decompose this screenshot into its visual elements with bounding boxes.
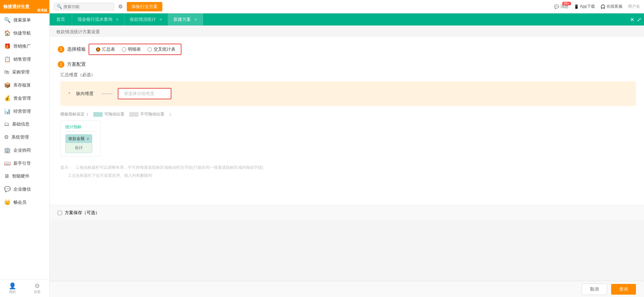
tab-new-plan[interactable]: 新建方案✕ xyxy=(168,13,203,26)
step1-options-box: 汇总表 明细表 交叉统计表 xyxy=(89,44,181,55)
sidebar-label-marketing: 营销推广 xyxy=(13,43,31,49)
sidebar-item-operations[interactable]: 📊 经营管理 xyxy=(0,105,49,118)
draggable-box xyxy=(93,112,103,117)
draggable-label: 可拖动位置 xyxy=(104,111,124,117)
app-download-label: App下载 xyxy=(580,4,595,9)
search-box[interactable]: 🔍 xyxy=(54,3,114,10)
sidebar-label-wechat: 企业微信 xyxy=(13,186,31,192)
tab-home[interactable]: 首页 xyxy=(50,13,72,26)
sidebar-label-operations: 经营管理 xyxy=(13,108,31,114)
indicator-card: 收款金额 ∨ 合计 xyxy=(65,134,92,153)
chevron-down-icon[interactable]: ∨ xyxy=(87,137,89,141)
sidebar-label-smart-hw: 智能硬件 xyxy=(12,173,30,179)
sidebar-item-smart-hw[interactable]: 🖥 智能硬件 xyxy=(0,170,49,183)
step2-num: 2 xyxy=(58,61,64,68)
radio-cross-label: 交叉统计表 xyxy=(154,46,175,52)
radio-cross-input[interactable] xyxy=(148,47,152,52)
save-checkbox[interactable] xyxy=(58,211,62,215)
guide-icon: 📖 xyxy=(4,160,11,166)
sidebar-label-quick-nav: 快捷导航 xyxy=(13,30,31,36)
tab-close-collection[interactable]: ✕ xyxy=(159,17,162,22)
dimension-box: * 纵向维度 —— 请选择分组维度 xyxy=(60,81,636,106)
radio-cross[interactable]: 交叉统计表 xyxy=(148,46,175,52)
tips-title: 提示： xyxy=(60,163,75,171)
tip-item-2: 2.点击标题栏下拉可设置排序、插入列和删除列 xyxy=(68,171,152,180)
sidebar-label-enterprise: 企业协同 xyxy=(13,147,31,153)
close-window-icon[interactable]: ✕ xyxy=(630,16,634,23)
support-icon: 🎧 xyxy=(600,4,605,9)
tips-section: 提示： 1.拖动标题栏可以调整布局，不可跨维度或指标区域拖动栏目字段(只能在同一… xyxy=(60,163,636,180)
sidebar-label-finance: 资金管理 xyxy=(13,95,31,101)
topbar-right: 💬 消息 99+ 📱 App下载 🎧 在线客服 用户名 xyxy=(554,4,640,9)
tip-line-2: 2.点击标题栏下拉可设置排序、插入列和删除列 xyxy=(60,171,636,180)
step1-section: 1 选择模板 汇总表 明细表 xyxy=(58,44,636,55)
settings-icon[interactable]: ⚙ xyxy=(118,3,123,10)
sidebar-bottom: 👤 我的 ⚙ 设置 xyxy=(0,279,49,297)
sidebar-bottom-btn-right[interactable]: ⚙ 设置 xyxy=(34,282,41,294)
tab-cashflow[interactable]: 现金银行流水查询✕ xyxy=(72,13,124,26)
inventory-icon: 📦 xyxy=(4,82,11,88)
tab-close-new-plan[interactable]: ✕ xyxy=(194,17,197,22)
wechat-icon: 💬 xyxy=(4,186,11,192)
sidebar-item-sales[interactable]: 📋 销售管理 xyxy=(0,53,49,66)
expand-icon[interactable]: ⤢ xyxy=(637,16,641,23)
sidebar-label-inventory: 库存核算 xyxy=(13,82,31,88)
sidebar-item-guide[interactable]: 📖 新手引导 xyxy=(0,157,49,170)
indicator-card-title: 收款金额 xyxy=(68,136,85,142)
indicator-card-wrapper: 统计指标 收款金额 ∨ 合计 xyxy=(60,120,101,157)
sidebar-item-search[interactable]: 🔍 搜索菜单 xyxy=(0,13,49,27)
sidebar-item-purchase[interactable]: 🛍 采购管理 xyxy=(0,66,49,79)
main: 🔍 ⚙ 体验行业方案 💬 消息 99+ 📱 App下载 🎧 在线客服 用户名 首… xyxy=(50,0,644,297)
query-button[interactable]: 查询 xyxy=(611,284,636,295)
sidebar-label-search: 搜索菜单 xyxy=(13,17,31,23)
step2-header: 2 方案配置 xyxy=(58,61,636,68)
sidebar-item-wechat[interactable]: 💬 企业微信 xyxy=(0,183,49,196)
tab-label-collection: 收款情况统计 xyxy=(130,16,156,22)
app-download-btn[interactable]: 📱 App下载 xyxy=(574,4,595,9)
draggable-legend: 可拖动位置 xyxy=(93,111,124,117)
breadcrumb: 收款情况统计方案设置 xyxy=(50,26,644,37)
sidebar-item-marketing[interactable]: 🎁 营销推广 xyxy=(0,40,49,53)
sidebar-item-quick-nav[interactable]: 🏠 快捷导航 xyxy=(0,27,49,40)
sidebar-label-system: 系统管理 xyxy=(11,134,29,140)
radio-detail[interactable]: 明细表 xyxy=(122,46,141,52)
step1-options: 汇总表 明细表 交叉统计表 xyxy=(96,46,175,52)
search-input[interactable] xyxy=(63,4,110,9)
tip-line-1: 提示： 1.拖动标题栏可以调整布局，不可跨维度或指标区域拖动栏目字段(只能在同一… xyxy=(60,163,636,171)
indicator-settings-label: 模板指标设定（ xyxy=(60,111,89,117)
sidebar-item-system[interactable]: ⚙ 系统管理 xyxy=(0,131,49,144)
sidebar-bottom-btn-left[interactable]: 👤 我的 xyxy=(9,282,16,294)
purchase-icon: 🛍 xyxy=(4,69,9,75)
radio-detail-input[interactable] xyxy=(122,47,126,52)
message-icon: 💬 xyxy=(554,4,559,9)
cancel-button[interactable]: 取消 xyxy=(582,284,607,295)
step2-section: 2 方案配置 汇总维度（必选） * 纵向维度 —— 请选择分组维度 xyxy=(58,61,636,180)
search-icon: 🔍 xyxy=(57,4,62,9)
step1-num: 1 xyxy=(58,46,64,53)
sidebar-item-basic-info[interactable]: 🗂 基础信息 xyxy=(0,118,49,131)
dimension-select[interactable]: 请选择分组维度 xyxy=(118,88,171,99)
online-support-btn[interactable]: 🎧 在线客服 xyxy=(600,4,623,9)
content-area: 收款情况统计方案设置 1 选择模板 汇总表 xyxy=(50,26,644,281)
sales-icon: 📋 xyxy=(4,56,11,62)
sidebar-label-sales: 销售管理 xyxy=(13,56,31,62)
tabbar-end: ✕ ⤢ xyxy=(630,16,644,23)
sidebar-item-enterprise[interactable]: 🏢 企业协同 xyxy=(0,144,49,157)
message-btn[interactable]: 💬 消息 99+ xyxy=(554,4,569,9)
sidebar-item-member[interactable]: 👑 畅会员 xyxy=(0,196,49,209)
finance-icon: 💰 xyxy=(4,95,11,101)
step2-title: 方案配置 xyxy=(67,61,86,67)
sidebar-item-inventory[interactable]: 📦 库存核算 xyxy=(0,79,49,92)
form-panel: 1 选择模板 汇总表 明细表 xyxy=(50,37,644,205)
save-label: 方案保存（可选） xyxy=(65,210,100,216)
tab-close-cashflow[interactable]: ✕ xyxy=(116,17,119,22)
sidebar-item-finance[interactable]: 💰 资金管理 xyxy=(0,92,49,105)
tab-collection[interactable]: 收款情况统计✕ xyxy=(124,13,168,26)
radio-summary-input[interactable] xyxy=(96,47,100,52)
industry-btn[interactable]: 体验行业方案 xyxy=(127,2,162,11)
indicator-card-body: 合计 xyxy=(66,143,92,153)
sidebar-label-purchase: 采购管理 xyxy=(12,69,30,75)
dimension-section-label: 汇总维度（必选） xyxy=(60,72,636,78)
radio-summary[interactable]: 汇总表 xyxy=(96,46,115,52)
app-name: 畅捷通好生意 xyxy=(3,4,30,10)
